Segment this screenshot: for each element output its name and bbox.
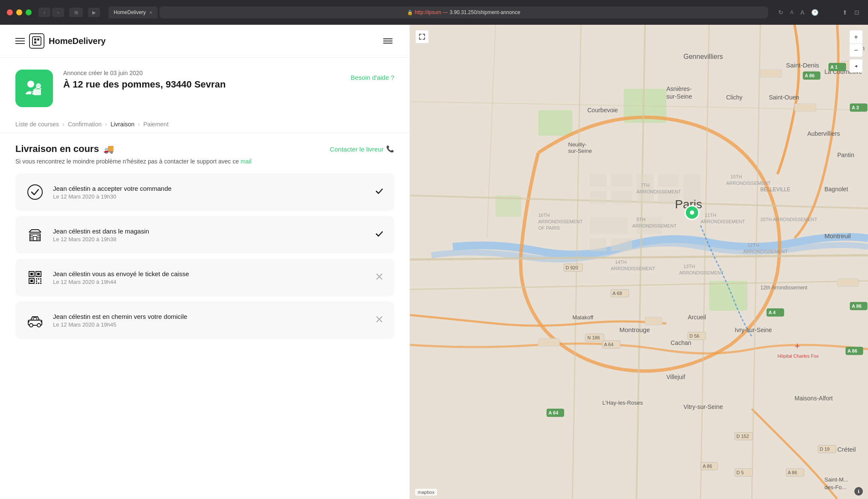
map-compass-button[interactable]: ◂ (849, 59, 863, 73)
browser-chrome: ‹ › ⊞ ▶ HomeDelivery ✕ 🔒 http://ipsum — … (0, 0, 868, 25)
font-larger-button[interactable]: A (799, 8, 806, 17)
announcement-section: Annonce créer le 03 juin 2020 À 12 rue d… (0, 58, 410, 116)
svg-text:A 86: A 86 (852, 303, 862, 309)
svg-text:Montreuil: Montreuil (824, 232, 851, 239)
svg-text:N 186: N 186 (587, 335, 600, 340)
map-panel: Gennevilliers Saint-Denis Asnières- sur-… (410, 25, 868, 499)
svg-text:7TH: 7TH (641, 183, 650, 188)
maximize-window-button[interactable] (26, 9, 32, 15)
svg-text:14TH: 14TH (615, 260, 627, 265)
delivery-truck-icon: 🚚 (103, 144, 114, 154)
back-button[interactable]: ‹ (38, 8, 50, 17)
map-zoom-out-button[interactable]: − (849, 44, 863, 57)
status-card-driving: Jean célestin est en chemin vers votre d… (15, 301, 394, 339)
breadcrumb-arrow: › (105, 121, 107, 128)
status-card-content: Jean célestin a accepter votre commande … (53, 185, 366, 200)
breadcrumb-item-confirmation[interactable]: Confirmation (68, 121, 102, 128)
svg-text:5TH: 5TH (636, 217, 645, 222)
address-prefix: http://ipsum — (415, 9, 448, 15)
svg-text:Pantin: Pantin (837, 152, 854, 158)
svg-text:+: + (795, 341, 800, 351)
status-x-icon (375, 272, 384, 283)
svg-text:BELLEVILLE: BELLEVILLE (760, 187, 790, 193)
svg-text:Cachan: Cachan (671, 339, 691, 346)
svg-text:Arcueil: Arcueil (688, 314, 706, 321)
tab-label[interactable]: HomeDelivery (114, 9, 146, 15)
app-title: HomeDelivery (49, 36, 106, 46)
menu-line (383, 41, 393, 41)
minimize-window-button[interactable] (16, 9, 22, 15)
tab-close-icon[interactable]: ✕ (149, 10, 152, 15)
svg-rect-62 (760, 70, 782, 77)
close-window-button[interactable] (7, 9, 13, 15)
breadcrumb-item-livraison[interactable]: Livraison (111, 121, 135, 128)
announcement-date: Annonce créer le 03 juin 2020 (63, 70, 340, 76)
svg-text:ARRONDISSEMENT: ARRONDISSEMENT (632, 223, 677, 228)
reader-view-button[interactable]: ⊞ (69, 8, 83, 17)
svg-text:Courbevoie: Courbevoie (587, 107, 618, 114)
svg-text:ARRONDISSEMENT: ARRONDISSEMENT (679, 270, 724, 275)
map-zoom-in-button[interactable]: + (849, 30, 863, 44)
traffic-lights (7, 9, 32, 15)
svg-text:20TH ARRONDISSEMENT: 20TH ARRONDISSEMENT (760, 217, 818, 222)
car-icon (26, 311, 44, 330)
map-container[interactable]: Gennevilliers Saint-Denis Asnières- sur-… (410, 25, 868, 499)
svg-text:A 86: A 86 (847, 348, 857, 353)
svg-text:Maisons-Alfort: Maisons-Alfort (795, 395, 833, 402)
svg-rect-51 (611, 174, 632, 187)
svg-point-33 (37, 324, 41, 327)
map-fullscreen-button[interactable] (415, 30, 429, 44)
announcement-info: Annonce créer le 03 juin 2020 À 12 rue d… (63, 70, 340, 90)
hamburger-line (15, 41, 25, 41)
reload-button[interactable]: ↻ (777, 8, 785, 17)
svg-rect-34 (28, 321, 29, 322)
svg-rect-3 (34, 41, 36, 44)
svg-text:Neuilly-: Neuilly- (568, 141, 586, 148)
svg-point-32 (29, 324, 33, 327)
hamburger-menu-button[interactable] (15, 38, 25, 44)
svg-rect-35 (41, 321, 42, 322)
breadcrumb-item-paiement[interactable]: Paiement (143, 121, 168, 128)
help-link[interactable]: Besoin d'aide ? (351, 74, 394, 81)
address-bar[interactable]: 🔒 http://ipsum — 3.90.31.250/shipment-an… (159, 6, 768, 18)
sidebar-button[interactable]: ⊡ (853, 8, 861, 17)
svg-rect-66 (538, 339, 560, 346)
mail-link[interactable]: mail (240, 158, 252, 165)
contact-livreur-link[interactable]: Contacter le livreur 📞 (330, 145, 394, 153)
svg-rect-30 (40, 283, 41, 284)
svg-point-4 (27, 81, 34, 88)
map-svg: Gennevilliers Saint-Denis Asnières- sur-… (410, 25, 868, 499)
announcement-address: À 12 rue des pommes, 93440 Sevran (63, 79, 340, 90)
svg-text:Gennevilliers: Gennevilliers (683, 53, 723, 60)
nav-buttons: ‹ › (38, 8, 64, 17)
svg-text:ARRONDISSEMENT: ARRONDISSEMENT (538, 219, 583, 224)
svg-text:D 152: D 152 (736, 434, 749, 439)
status-card-content: Jean célestin vous as envoyé le ticket d… (53, 270, 366, 285)
breadcrumb-item-liste[interactable]: Liste de courses (15, 121, 59, 128)
svg-text:D 5: D 5 (736, 470, 744, 475)
svg-rect-60 (589, 238, 607, 251)
clock-button[interactable]: 🕐 (809, 8, 820, 17)
svg-rect-58 (589, 217, 628, 234)
status-card-time: Le 12 Mars 2020 à 19h30 (53, 193, 366, 200)
map-info-button[interactable]: ℹ (854, 487, 863, 496)
svg-text:12TH: 12TH (748, 242, 759, 248)
font-smaller-button[interactable]: A (789, 9, 795, 16)
breadcrumb: Liste de courses › Confirmation › Livrai… (0, 116, 410, 133)
menu-button[interactable] (381, 37, 394, 45)
svg-text:Bagnolet: Bagnolet (824, 186, 848, 193)
svg-text:sur-Seine: sur-Seine (666, 93, 692, 100)
svg-text:Aubervilliers: Aubervilliers (807, 130, 840, 137)
status-card-store: Jean célestin est dans le magasin Le 12 … (15, 216, 394, 254)
media-button[interactable]: ▶ (88, 8, 100, 17)
share-button[interactable]: ⬆ (841, 8, 849, 17)
svg-text:Hôpital Charles Fox: Hôpital Charles Fox (777, 353, 819, 359)
forward-button[interactable]: › (52, 8, 64, 17)
svg-text:D 19: D 19 (820, 446, 830, 452)
svg-text:Malakoff: Malakoff (572, 314, 593, 321)
svg-text:ARRONDISSEMENT: ARRONDISSEMENT (726, 181, 771, 186)
svg-text:12th Arrondissement: 12th Arrondissement (760, 285, 808, 291)
svg-text:Asnières-: Asnières- (666, 85, 692, 92)
svg-text:ARRONDISSEMENT: ARRONDISSEMENT (743, 249, 788, 254)
svg-text:sur-Seine: sur-Seine (568, 148, 592, 154)
